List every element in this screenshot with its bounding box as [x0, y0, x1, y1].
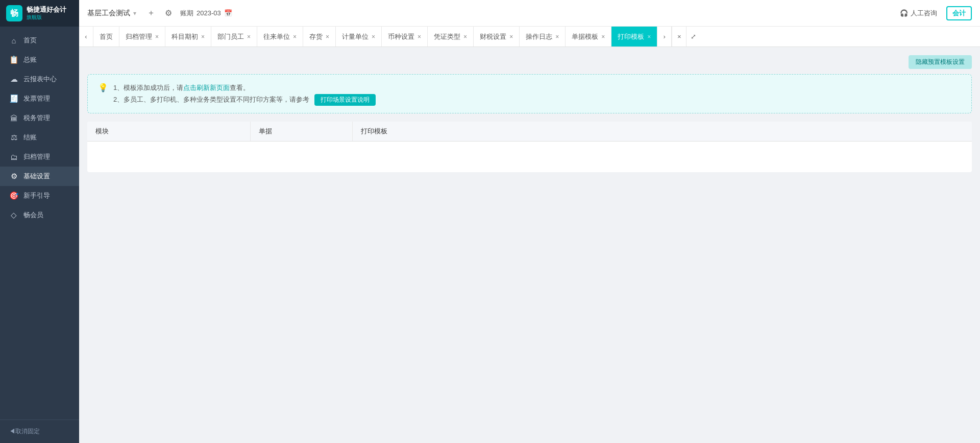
topbar-actions: ＋ ⚙ [144, 7, 175, 20]
nav-label-invoice: 发票管理 [23, 94, 50, 103]
tab-close-all-button[interactable]: × [672, 27, 686, 47]
sidebar: 畅 畅捷通好会计 旗舰版 ⌂首页📋总账☁云报表中心🧾发票管理🏛税务管理⚖结账🗂归… [0, 0, 79, 443]
tab-close-unit[interactable]: × [372, 33, 375, 40]
company-name: 基层工会测试 [87, 9, 130, 18]
sidebar-item-tax[interactable]: 🏛税务管理 [0, 108, 79, 128]
nav-icon-basic: ⚙ [9, 172, 18, 181]
sidebar-item-invoice[interactable]: 🧾发票管理 [0, 89, 79, 108]
tab-label-print_template: 打印模板 [618, 32, 644, 41]
hide-template-button[interactable]: 隐藏预置模板设置 [909, 55, 972, 69]
tab-close-single_template[interactable]: × [601, 33, 605, 40]
tab-close-voucher_type[interactable]: × [463, 33, 467, 40]
tab-close-subject[interactable]: × [201, 33, 205, 40]
tab-label-partner: 往来单位 [263, 32, 290, 41]
tab-label-dept: 部门员工 [217, 32, 244, 41]
tab-label-subject: 科目期初 [172, 32, 198, 41]
tab-label-voucher_type: 凭证类型 [434, 32, 460, 41]
sidebar-item-archive[interactable]: 🗂归档管理 [0, 147, 79, 167]
company-dropdown-icon: ▾ [133, 10, 136, 17]
sidebar-unpin-button[interactable]: ◀取消固定 [0, 419, 79, 443]
tab-op_log[interactable]: 操作日志× [520, 27, 566, 47]
topbar-right: 🎧 人工咨询 会计 [896, 6, 972, 20]
refresh-link[interactable]: 点击刷新新页面 [183, 84, 230, 91]
logo-text: 畅捷通好会计 旗舰版 [27, 6, 66, 21]
tab-home[interactable]: 首页 [93, 27, 119, 47]
print-scene-button[interactable]: 打印场景设置说明 [314, 94, 376, 106]
tab-close-partner[interactable]: × [293, 33, 297, 40]
nav-icon-home: ⌂ [9, 36, 18, 45]
info-line1-after: 查看。 [230, 84, 250, 91]
tab-close-tax_settings[interactable]: × [509, 33, 513, 40]
info-line2-before: 2、多员工、多打印机、多种业务类型设置不同打印方案等，请参考 [113, 96, 309, 103]
settings-button[interactable]: ⚙ [162, 7, 175, 20]
calendar-icon[interactable]: 📅 [224, 9, 232, 17]
sidebar-nav: ⌂首页📋总账☁云报表中心🧾发票管理🏛税务管理⚖结账🗂归档管理⚙基础设置🎯新手引导… [0, 27, 79, 419]
sidebar-item-reports[interactable]: ☁云报表中心 [0, 69, 79, 89]
logo-icon: 畅 [6, 5, 22, 21]
tab-label-archive: 归档管理 [126, 32, 152, 41]
tab-single_template[interactable]: 单据模板× [566, 27, 611, 47]
tab-scroll-right-button[interactable]: › [657, 27, 672, 47]
sidebar-item-guide[interactable]: 🎯新手引导 [0, 186, 79, 205]
company-selector[interactable]: 基层工会测试 ▾ [87, 9, 136, 18]
tab-close-currency[interactable]: × [418, 33, 421, 40]
nav-icon-archive: 🗂 [9, 153, 18, 161]
sidebar-item-close[interactable]: ⚖结账 [0, 128, 79, 147]
col-document: 单据 [251, 122, 353, 141]
sidebar-item-member[interactable]: ◇畅会员 [0, 205, 79, 225]
tab-voucher_type[interactable]: 凭证类型× [428, 27, 474, 47]
tab-label-single_template: 单据模板 [572, 32, 598, 41]
sidebar-item-home[interactable]: ⌂首页 [0, 31, 79, 50]
tab-expand-button[interactable]: ⤢ [686, 27, 700, 47]
tab-close-dept[interactable]: × [247, 33, 251, 40]
ai-consult-button[interactable]: 🎧 人工咨询 [896, 7, 941, 20]
tab-dept[interactable]: 部门员工× [211, 27, 257, 47]
nav-label-guide: 新手引导 [23, 191, 50, 200]
period-info: 账期 2023-03 📅 [180, 9, 232, 18]
nav-icon-ledger: 📋 [9, 55, 18, 64]
nav-icon-tax: 🏛 [9, 114, 18, 123]
headset-icon: 🎧 [900, 9, 908, 17]
tab-label-tax_settings: 财税设置 [480, 32, 506, 41]
tab-unit[interactable]: 计量单位× [336, 27, 382, 47]
tab-partner[interactable]: 往来单位× [257, 27, 303, 47]
nav-label-tax: 税务管理 [23, 113, 50, 123]
tab-archive[interactable]: 归档管理× [119, 27, 165, 47]
tab-inventory[interactable]: 存货× [303, 27, 336, 47]
table-body [87, 142, 972, 172]
nav-label-reports: 云报表中心 [23, 75, 57, 84]
nav-icon-guide: 🎯 [9, 191, 18, 200]
tab-close-print_template[interactable]: × [647, 33, 651, 40]
add-tab-button[interactable]: ＋ [144, 7, 158, 20]
tab-tax_settings[interactable]: 财税设置× [474, 27, 520, 47]
tab-close-op_log[interactable]: × [555, 33, 559, 40]
nav-label-member: 畅会员 [23, 211, 43, 220]
info-line1-before: 1、模板添加成功后，请 [113, 84, 183, 91]
tab-scroll-left-button[interactable]: ‹ [79, 27, 93, 47]
period-label: 账期 [180, 9, 193, 18]
tab-label-unit: 计量单位 [342, 32, 369, 41]
logo-title: 畅捷通好会计 [27, 6, 66, 14]
logo-subtitle: 旗舰版 [27, 14, 66, 21]
table-header: 模块 单据 打印模板 [87, 122, 972, 142]
nav-label-ledger: 总账 [23, 55, 37, 64]
nav-icon-close: ⚖ [9, 133, 18, 142]
main-area: 基层工会测试 ▾ ＋ ⚙ 账期 2023-03 📅 🎧 人工咨询 会计 ‹首页归… [79, 0, 980, 443]
tab-label-currency: 币种设置 [388, 32, 414, 41]
tabbar: ‹首页归档管理×科目期初×部门员工×往来单位×存货×计量单位×币种设置×凭证类型… [79, 27, 980, 47]
account-button[interactable]: 会计 [946, 6, 972, 20]
info-line1: 1、模板添加成功后，请点击刷新新页面查看。 [113, 82, 379, 94]
topbar: 基层工会测试 ▾ ＋ ⚙ 账期 2023-03 📅 🎧 人工咨询 会计 [79, 0, 980, 27]
sidebar-item-ledger[interactable]: 📋总账 [0, 50, 79, 69]
tab-subject[interactable]: 科目期初× [165, 27, 211, 47]
tab-print_template[interactable]: 打印模板× [611, 27, 657, 47]
tab-currency[interactable]: 币种设置× [382, 27, 428, 47]
col-template: 打印模板 [353, 122, 972, 141]
print-template-table: 模块 单据 打印模板 [87, 122, 972, 172]
sidebar-item-basic[interactable]: ⚙基础设置 [0, 167, 79, 186]
sidebar-logo: 畅 畅捷通好会计 旗舰版 [0, 0, 79, 27]
tab-label-op_log: 操作日志 [526, 32, 552, 41]
nav-label-home: 首页 [23, 36, 37, 45]
tab-close-archive[interactable]: × [155, 33, 159, 40]
tab-close-inventory[interactable]: × [326, 33, 329, 40]
